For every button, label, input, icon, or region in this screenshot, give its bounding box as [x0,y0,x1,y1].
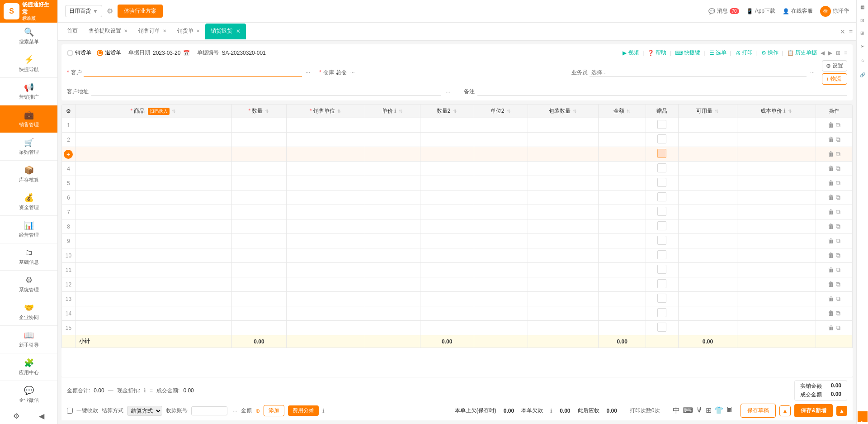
one-key-checkbox[interactable] [67,408,73,414]
pkg-sort-icon[interactable]: ⇅ [573,109,576,114]
calendar-icon[interactable]: 📅 [183,50,190,56]
price-sort-icon[interactable]: ⇅ [399,109,402,114]
shortcut-key-btn[interactable]: ⌨ 快捷键 [675,49,700,57]
app-download-btn[interactable]: 📱 App下载 [746,7,775,15]
product-sort-icon[interactable]: ⇅ [172,109,175,114]
setting-btn[interactable]: ⚙ 设置 [822,60,847,71]
copy-row-add-icon[interactable]: ⧉ [836,150,840,158]
qty-sort-icon[interactable]: ⇅ [265,109,269,114]
remark-input[interactable] [477,87,847,96]
gift-checkbox[interactable] [657,265,666,274]
operate-btn[interactable]: ⚙ 操作 [761,49,778,57]
delete-row-add-icon[interactable]: 🗑 [828,150,834,158]
unit2-sort-icon[interactable]: ⇅ [507,109,510,114]
gift-checkbox[interactable] [657,279,666,288]
cost-cell-1[interactable] [737,118,816,133]
unit-cell-1[interactable] [287,118,365,133]
toolbar-icon-6[interactable]: 🖩 [726,406,733,415]
gift-checkbox-2[interactable] [657,134,666,143]
copy-icon[interactable]: ⧉ [836,179,840,187]
tab-close-sale-return[interactable]: ✕ [236,28,241,34]
radio-sale[interactable]: 销货单 [67,49,91,57]
copy-icon[interactable]: ⧉ [836,310,840,317]
toolbar-icon-2[interactable]: ⌨ [683,406,693,415]
online-service-btn[interactable]: 👤 在线客服 [783,7,813,15]
sidebar-item-wechat[interactable]: 💬 企业微信 [0,381,57,408]
unit2-cell-1[interactable] [474,118,528,133]
addr-dots[interactable]: ··· [446,89,450,95]
delete-icon[interactable]: 🗑 [828,179,834,187]
copy-icon[interactable]: ⧉ [836,165,840,172]
gift-checkbox[interactable] [657,323,666,332]
delete-icon[interactable]: 🗑 [828,208,834,216]
scan-btn[interactable]: 扫码录入 [148,108,170,115]
product-cell-add[interactable] [75,147,232,162]
collapse-icon[interactable]: ◀ [39,412,44,420]
sidebar-item-sales[interactable]: 💼 销售管理 [0,105,57,133]
delete-icon[interactable]: 🗑 [828,165,834,172]
add-btn[interactable]: 添加 [264,405,284,416]
col-gear-icon[interactable]: ⚙ [66,108,71,114]
unit-sort-icon[interactable]: ⇅ [337,109,341,114]
tab-close-sale-delivery[interactable]: ✕ [196,29,200,33]
fees-btn[interactable]: 费用分摊 [288,405,319,416]
sidebar-item-shortcut[interactable]: ⚡ 快捷导航 [0,50,57,78]
radio-return[interactable]: 退货单 [97,49,121,57]
user-profile-btn[interactable]: 徐 徐泽华 [820,6,849,17]
tab-sale-delivery[interactable]: 销货单 ✕ [172,24,205,39]
gift-checkbox[interactable] [657,250,666,259]
gift-checkbox[interactable] [657,192,666,201]
add-row-btn[interactable]: + [64,150,73,159]
toolbar-icon-1[interactable]: 中 [673,406,680,415]
gift-checkbox[interactable] [657,236,666,245]
industry-select[interactable]: 日用百货 ▼ [65,5,102,17]
copy-row-2-icon[interactable]: ⧉ [836,136,840,143]
tab-menu-icon[interactable]: ≡ [849,28,853,35]
video-btn[interactable]: ▶ 视频 [623,49,639,57]
copy-icon[interactable]: ⧉ [836,295,840,303]
gift-checkbox[interactable] [657,308,666,317]
gift-checkbox[interactable] [657,178,666,187]
gift-checkbox[interactable] [657,221,666,230]
copy-icon[interactable]: ⧉ [836,223,840,230]
sidebar-item-basic[interactable]: 🗂 基础信息 [0,243,57,271]
delete-row-1-icon[interactable]: 🗑 [828,121,834,129]
customer-select-icon[interactable]: ··· [306,69,310,76]
gift-checkbox[interactable] [657,163,666,172]
tab-home[interactable]: 首页 [61,24,83,39]
delete-icon[interactable]: 🗑 [828,281,834,288]
save-draft-btn[interactable]: 保存草稿 [741,404,776,418]
right-panel-icon-1[interactable]: ▦ [859,2,866,12]
delete-icon[interactable]: 🗑 [828,237,834,245]
qty2-cell-1[interactable] [420,118,474,133]
sidebar-item-enterprise[interactable]: 🤝 企业协同 [0,298,57,326]
delete-icon[interactable]: 🗑 [828,310,834,317]
qty-cell-1[interactable] [231,118,286,133]
logistics-btn[interactable]: + 物流 [822,73,847,85]
copy-row-1-icon[interactable]: ⧉ [836,121,840,129]
settlement-select[interactable]: 结算方式 [127,406,162,416]
sidebar-item-marketing[interactable]: 📢 营销推广 [0,78,57,105]
sidebar-item-inventory[interactable]: 📦 库存核算 [0,161,57,188]
product-cell-2[interactable] [75,133,232,147]
amount-cell-1[interactable] [599,118,646,133]
message-btn[interactable]: 💬 消息 70 [708,7,739,15]
sidebar-item-apps[interactable]: 🧩 应用中心 [0,353,57,381]
copy-icon[interactable]: ⧉ [836,208,840,216]
copy-icon[interactable]: ⧉ [836,194,840,201]
addr-input[interactable] [91,87,441,96]
delete-icon[interactable]: 🗑 [828,266,834,274]
copy-icon[interactable]: ⧉ [836,266,840,274]
print-btn[interactable]: 🖨 打印 [735,49,753,57]
right-panel-icon-4[interactable]: ✂ [859,41,866,52]
account-input[interactable] [191,406,227,415]
history-next-icon[interactable]: ▶ [828,50,832,56]
sidebar-item-purchase[interactable]: 🛒 采购管理 [0,133,57,161]
view-list-icon[interactable]: ≡ [844,50,847,56]
help-btn[interactable]: ❓ 帮助 [647,49,666,57]
delete-icon[interactable]: 🗑 [828,295,834,303]
right-panel-orange-btn[interactable]: 反 [858,411,868,422]
sidebar-item-operations[interactable]: 📊 经营管理 [0,216,57,243]
right-panel-icon-6[interactable]: 🔗 [859,69,866,80]
gift-checkbox[interactable] [657,207,666,216]
